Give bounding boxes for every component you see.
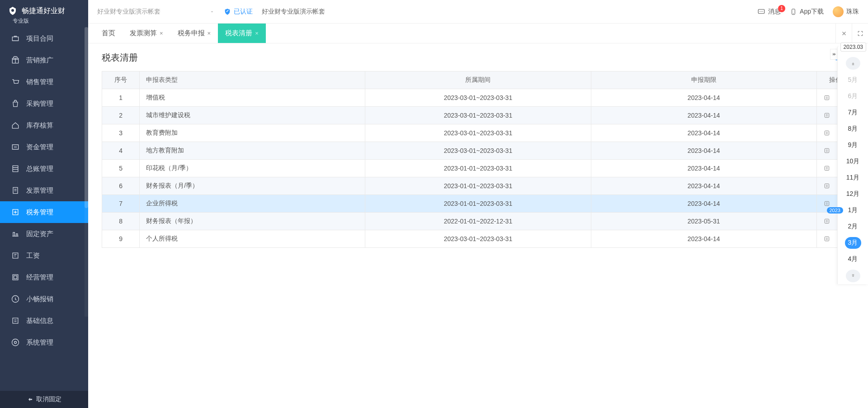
month-item[interactable]: 2月 bbox=[845, 221, 861, 232]
month-item[interactable]: 11月 bbox=[844, 172, 863, 184]
tabs-close-all[interactable] bbox=[835, 24, 852, 43]
sidebar-item-invoice[interactable]: 发票管理 bbox=[0, 180, 88, 201]
bag-icon bbox=[11, 99, 20, 108]
sidebar-item-money[interactable]: 资金管理 bbox=[0, 136, 88, 158]
date-scroll-down[interactable] bbox=[846, 270, 860, 282]
cell-seq: 9 bbox=[102, 230, 140, 248]
sidebar-item-info[interactable]: 基础信息 bbox=[0, 310, 88, 332]
col-deadline: 申报期限 bbox=[591, 71, 816, 89]
sidebar-item-label: 工资 bbox=[26, 251, 40, 260]
svg-rect-14 bbox=[825, 219, 829, 223]
cell-period: 2023-01-01~2023-03-31 bbox=[365, 177, 591, 195]
sidebar-pin-toggle[interactable]: 取消固定 bbox=[0, 391, 88, 408]
table-row[interactable]: 6财务报表（月/季）2023-01-01~2023-03-312023-04-1… bbox=[102, 177, 854, 195]
account-select-label: 好业财专业版演示帐套 bbox=[97, 8, 160, 16]
month-item[interactable]: 12月 bbox=[844, 188, 863, 200]
cell-deadline: 2023-04-14 bbox=[591, 89, 816, 107]
table-row[interactable]: 1增值税2023-03-01~2023-03-312023-04-14 bbox=[102, 89, 854, 107]
sidebar-item-tax[interactable]: 税务管理 bbox=[0, 201, 88, 223]
cell-seq: 6 bbox=[102, 177, 140, 195]
month-item[interactable]: 7月 bbox=[845, 107, 861, 119]
table-row[interactable]: 5印花税（月/季）2023-01-01~2023-03-312023-04-14 bbox=[102, 160, 854, 177]
account-name: 好业财专业版演示帐套 bbox=[262, 8, 325, 16]
invoice-icon bbox=[11, 186, 20, 195]
svg-rect-15 bbox=[825, 237, 829, 241]
cell-deadline: 2023-04-14 bbox=[591, 107, 816, 124]
cell-type: 城市维护建设税 bbox=[140, 107, 365, 124]
ledger-icon bbox=[11, 164, 20, 173]
shield-icon bbox=[224, 8, 231, 15]
cell-type: 财务报表（年报） bbox=[140, 213, 365, 230]
close-icon[interactable]: × bbox=[160, 30, 163, 37]
month-item[interactable]: 8月 bbox=[845, 123, 861, 135]
month-item[interactable]: 3月 bbox=[845, 237, 861, 249]
close-icon[interactable]: × bbox=[255, 30, 259, 37]
tab-1[interactable]: 发票测算× bbox=[123, 24, 170, 43]
table-row[interactable]: 4地方教育附加2023-03-01~2023-03-312023-04-14 bbox=[102, 142, 854, 160]
table-row[interactable]: 9个人所得税2023-03-01~2023-03-312023-04-14 bbox=[102, 230, 854, 248]
tab-3[interactable]: 税表清册× bbox=[218, 24, 266, 43]
sidebar-item-briefcase[interactable]: 项目合同 bbox=[0, 28, 88, 49]
sidebar-item-salary[interactable]: 工资 bbox=[0, 245, 88, 266]
report-icon bbox=[11, 294, 20, 304]
month-item[interactable]: 6月 bbox=[845, 90, 861, 102]
table-row[interactable]: 7企业所得税2023-01-01~2023-03-312023-04-14 bbox=[102, 195, 854, 213]
salary-icon bbox=[11, 251, 20, 260]
table-row[interactable]: 2城市维护建设税2023-03-01~2023-03-312023-04-14 bbox=[102, 107, 854, 124]
messages-button[interactable]: 消息 1 bbox=[757, 8, 781, 16]
month-item[interactable]: 10月 bbox=[844, 156, 863, 167]
month-item[interactable]: 5月 bbox=[845, 74, 861, 86]
sidebar-item-bag[interactable]: 采购管理 bbox=[0, 93, 88, 114]
svg-point-0 bbox=[11, 9, 14, 12]
user-menu[interactable]: 珠珠 bbox=[833, 6, 859, 17]
page-title: 税表清册 bbox=[102, 52, 138, 64]
brand-name: 畅捷通好业财 bbox=[22, 6, 65, 16]
tab-2[interactable]: 税务申报× bbox=[170, 24, 218, 43]
message-icon bbox=[757, 8, 765, 16]
cell-seq: 1 bbox=[102, 89, 140, 107]
sidebar-item-label: 销售管理 bbox=[26, 78, 53, 86]
sidebar-item-asset[interactable]: 固定资产 bbox=[0, 223, 88, 245]
sidebar-item-label: 总账管理 bbox=[26, 165, 53, 173]
biz-icon bbox=[11, 273, 20, 282]
svg-point-6 bbox=[793, 13, 793, 14]
logo-icon bbox=[7, 5, 18, 16]
sidebar-item-gear[interactable]: 系统管理 bbox=[0, 332, 88, 353]
cell-type: 印花税（月/季） bbox=[140, 160, 365, 177]
month-item[interactable]: 1月2023 bbox=[845, 204, 861, 216]
sidebar-item-cart[interactable]: 销售管理 bbox=[0, 71, 88, 93]
sidebar-item-label: 资金管理 bbox=[26, 143, 53, 152]
svg-rect-9 bbox=[825, 131, 829, 135]
sidebar-item-label: 采购管理 bbox=[26, 100, 53, 108]
sidebar-item-label: 项目合同 bbox=[26, 34, 53, 43]
tax-table: 序号 申报表类型 所属期间 申报期限 操作 1增值税2023-03-01~202… bbox=[102, 71, 854, 248]
cell-seq: 4 bbox=[102, 142, 140, 160]
sidebar-scrollbar[interactable] bbox=[85, 27, 88, 317]
app-download-button[interactable]: App下载 bbox=[790, 8, 824, 16]
sidebar-item-label: 发票管理 bbox=[26, 186, 53, 195]
sidebar-item-report[interactable]: 小畅报销 bbox=[0, 288, 88, 310]
sidebar: 畅捷通好业财 专业版 项目合同营销推广销售管理采购管理库存核算资金管理总账管理发… bbox=[0, 0, 88, 408]
month-item[interactable]: 9月 bbox=[845, 139, 861, 151]
cell-type: 增值税 bbox=[140, 89, 365, 107]
user-name: 珠珠 bbox=[846, 8, 859, 16]
sidebar-item-biz[interactable]: 经营管理 bbox=[0, 266, 88, 288]
tabs-fullscreen[interactable] bbox=[852, 24, 868, 43]
close-icon[interactable]: × bbox=[208, 30, 211, 37]
account-select[interactable]: 好业财专业版演示帐套 bbox=[97, 8, 215, 16]
tab-label: 首页 bbox=[102, 29, 115, 38]
sidebar-item-house[interactable]: 库存核算 bbox=[0, 114, 88, 136]
table-row[interactable]: 3教育费附加2023-03-01~2023-03-312023-04-14 bbox=[102, 124, 854, 142]
sidebar-item-ledger[interactable]: 总账管理 bbox=[0, 158, 88, 180]
month-item[interactable]: 4月 bbox=[845, 253, 861, 265]
tax-icon bbox=[11, 208, 20, 217]
money-icon bbox=[11, 142, 20, 152]
col-period: 所属期间 bbox=[365, 71, 591, 89]
sidebar-scroll-thumb[interactable] bbox=[85, 27, 88, 208]
tab-0[interactable]: 首页 bbox=[94, 24, 123, 43]
tab-label: 税务申报 bbox=[178, 29, 205, 38]
table-row[interactable]: 8财务报表（年报）2022-01-01~2022-12-312023-05-31 bbox=[102, 213, 854, 230]
sidebar-item-label: 固定资产 bbox=[26, 230, 53, 238]
date-scroll-up[interactable] bbox=[846, 57, 860, 70]
sidebar-item-gift[interactable]: 营销推广 bbox=[0, 49, 88, 71]
